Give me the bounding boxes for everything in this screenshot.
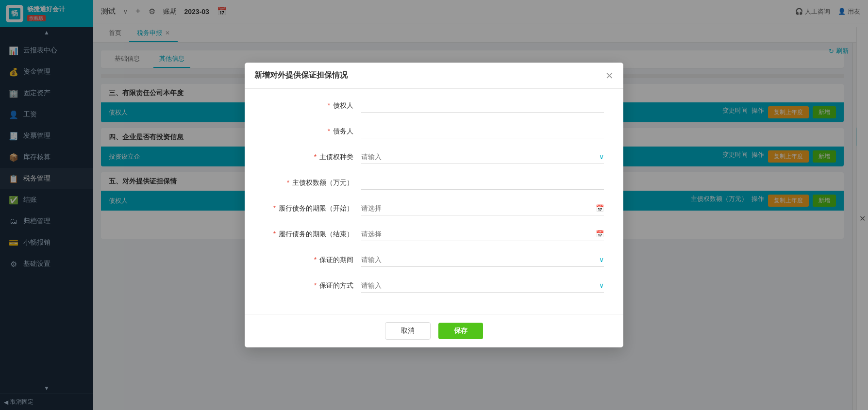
form-row-period-start: * 履行债务的期限（开始） 📅 xyxy=(264,201,604,215)
dialog-title: 新增对外提供保证担保情况 xyxy=(254,70,348,81)
calendar-end-icon[interactable]: 📅 xyxy=(596,230,604,238)
chevron-down-icon[interactable]: ∨ xyxy=(599,153,604,161)
calendar-start-icon[interactable]: 📅 xyxy=(596,204,604,212)
date-input-period-end[interactable] xyxy=(361,230,596,238)
date-period-start[interactable]: 📅 xyxy=(361,201,604,215)
cancel-button[interactable]: 取消 xyxy=(385,322,431,340)
dialog-body: * 债权人 * 债务人 * 主债权种类 xyxy=(245,89,623,314)
form-row-zhaiwuren: * 债务人 xyxy=(264,124,604,138)
form-label-baozheng-qijian: * 保证的期间 xyxy=(264,256,361,264)
form-label-zhaiquanren: * 债权人 xyxy=(264,101,361,110)
date-period-end[interactable]: 📅 xyxy=(361,227,604,241)
dialog-footer: 取消 保存 xyxy=(245,314,623,347)
form-row-baozheng-fangshi: * 保证的方式 ∨ xyxy=(264,279,604,293)
form-label-zhaiwuren: * 债务人 xyxy=(264,127,361,136)
form-row-baozheng-qijian: * 保证的期间 ∨ xyxy=(264,253,604,267)
form-label-zhuzhaiquan-shue: * 主债权数额（万元） xyxy=(264,179,361,187)
form-label-period-end: * 履行债务的期限（结束） xyxy=(264,230,361,239)
dialog-header: 新增对外提供保证担保情况 ✕ xyxy=(245,63,623,89)
input-zhuzhaiquan-shue[interactable] xyxy=(361,176,604,190)
select-input-baozheng-qijian[interactable] xyxy=(361,256,599,263)
dialog-close-button[interactable]: ✕ xyxy=(605,71,614,81)
chevron-down-icon-2[interactable]: ∨ xyxy=(599,256,604,263)
select-baozheng-fangshi[interactable]: ∨ xyxy=(361,279,604,293)
select-baozheng-qijian[interactable]: ∨ xyxy=(361,253,604,267)
save-button[interactable]: 保存 xyxy=(438,323,483,339)
input-zhaiwuren[interactable] xyxy=(361,124,604,138)
form-label-period-start: * 履行债务的期限（开始） xyxy=(264,204,361,213)
select-input-baozheng-fangshi[interactable] xyxy=(361,281,599,289)
date-input-period-start[interactable] xyxy=(361,204,596,212)
input-zhaiquanren[interactable] xyxy=(361,98,604,113)
form-label-baozheng-fangshi: * 保证的方式 xyxy=(264,281,361,290)
form-label-zhuzhaiquan-zhonglei: * 主债权种类 xyxy=(264,153,361,162)
dialog-overlay: 新增对外提供保证担保情况 ✕ * 债权人 * 债务人 xyxy=(0,0,868,410)
form-row-period-end: * 履行债务的期限（结束） 📅 xyxy=(264,227,604,241)
select-input-zhuzhaiquan-zhonglei[interactable] xyxy=(361,153,599,161)
select-zhuzhaiquan-zhonglei[interactable]: ∨ xyxy=(361,150,604,164)
form-row-zhaiquanren: * 债权人 xyxy=(264,98,604,113)
form-row-zhuzhaiquan-shue: * 主债权数额（万元） xyxy=(264,176,604,190)
form-row-zhuzhaiquan-zhonglei: * 主债权种类 ∨ xyxy=(264,150,604,164)
chevron-down-icon-3[interactable]: ∨ xyxy=(599,281,604,289)
dialog: 新增对外提供保证担保情况 ✕ * 债权人 * 债务人 xyxy=(245,63,623,347)
